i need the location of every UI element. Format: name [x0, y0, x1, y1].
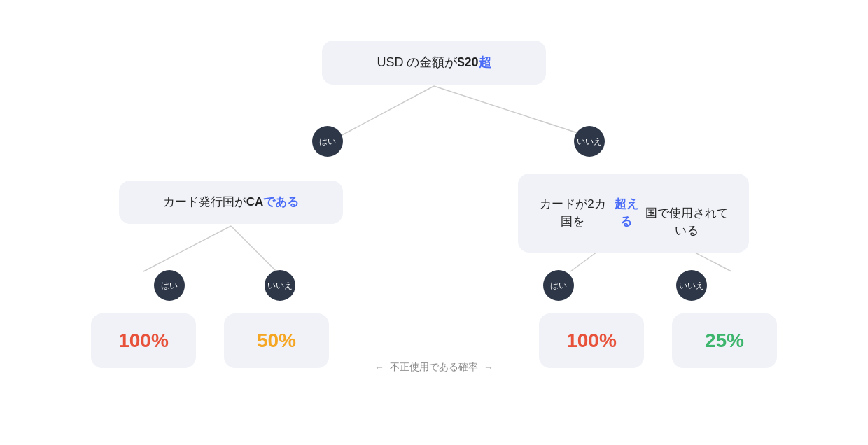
badge-right-no: いいえ: [676, 270, 707, 301]
root-node: USD の金額が $20 超: [322, 41, 546, 85]
result-lr: 50%: [224, 313, 329, 368]
arrow-right: →: [484, 362, 493, 373]
right-node: カードが2カ国を超える国で使用されている: [518, 174, 749, 253]
badge-left-yes: はい: [154, 270, 185, 301]
result-rr: 25%: [672, 313, 777, 368]
badge-left-no: いいえ: [265, 270, 295, 301]
result-ll: 100%: [91, 313, 196, 368]
decision-tree: USD の金額が $20 超 はい いいえ カード発行国が CA である カード…: [49, 20, 819, 425]
svg-line-3: [231, 226, 276, 271]
svg-line-2: [144, 226, 231, 271]
badge-root-no: いいえ: [574, 126, 605, 157]
badge-root-yes: はい: [312, 126, 343, 157]
middle-probability-label: ← 不正使用である確率 →: [374, 361, 493, 374]
svg-line-0: [329, 86, 434, 142]
left-node: カード発行国が CA である: [119, 181, 343, 224]
arrow-left: ←: [374, 362, 384, 373]
badge-right-yes: はい: [543, 270, 574, 301]
result-rl: 100%: [539, 313, 644, 368]
probability-text: 不正使用である確率: [390, 361, 478, 374]
